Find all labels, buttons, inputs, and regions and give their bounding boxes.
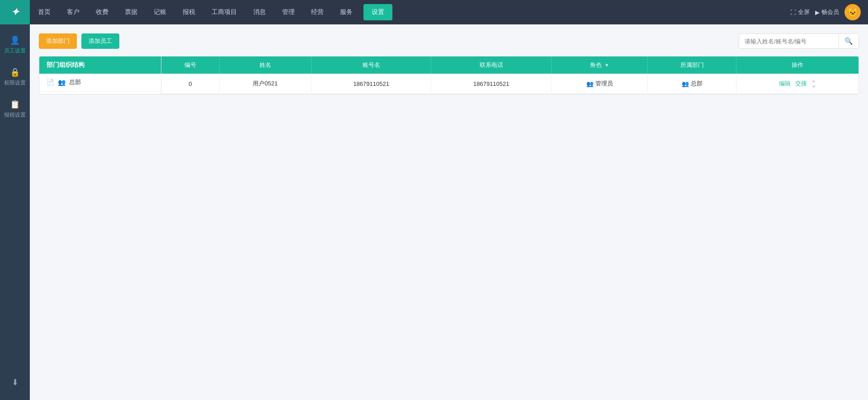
row-scroll[interactable]: ▲ ▼	[811, 78, 816, 89]
logo-icon: ✦	[11, 6, 19, 18]
search-button[interactable]: 🔍	[839, 34, 859, 48]
download-icon: ⬇	[12, 377, 19, 387]
employee-icon: 👤	[10, 35, 20, 45]
col-header-dept: 所属部门	[648, 56, 736, 74]
cell-phone: 18679110521	[431, 74, 552, 94]
sidebar-item-employee[interactable]: 👤 员工设置	[0, 29, 30, 61]
search-area: 🔍	[739, 33, 859, 49]
cell-actions: 编辑 交接 ▲ ▼	[736, 74, 859, 94]
cell-name: 用户0521	[219, 74, 311, 94]
scroll-up-icon: ▲	[811, 78, 816, 83]
sidebar-item-permissions[interactable]: 🔒 权限设置	[0, 61, 30, 93]
transfer-button[interactable]: 交接	[795, 80, 807, 88]
main-layout: 👤 员工设置 🔒 权限设置 📋 报税设置 ⬇ 添加部门 添加员工 🔍	[0, 24, 868, 400]
nav-item-tax[interactable]: 报税	[175, 0, 203, 24]
sidebar-item-tax-settings[interactable]: 📋 报税设置	[0, 93, 30, 125]
top-nav: ✦ 首页 客户 收费 票据 记账 报税 工商项目 消息 管理 经营 服务 设置 …	[0, 0, 868, 24]
nav-item-customer[interactable]: 客户	[59, 0, 88, 24]
nav-items: 首页 客户 收费 票据 记账 报税 工商项目 消息 管理 经营 服务 设置	[30, 0, 790, 24]
toolbar: 添加部门 添加员工 🔍	[39, 33, 859, 49]
emp-table: 编号 姓名 账号名 联系电话 角	[161, 56, 859, 94]
add-dept-button[interactable]: 添加部门	[39, 33, 77, 49]
table-header: 编号 姓名 账号名 联系电话 角	[161, 56, 859, 74]
scroll-down-icon: ▼	[811, 84, 816, 89]
cell-id: 0	[161, 74, 219, 94]
nav-item-invoice[interactable]: 票据	[117, 0, 146, 24]
nav-item-settings[interactable]: 设置	[363, 4, 392, 20]
tax-icon: 📋	[10, 99, 20, 109]
dept-name-general: 总部	[69, 78, 81, 86]
content-area: 添加部门 添加员工 🔍 部门组织结构 📄 👥 总部	[30, 24, 868, 400]
logo-area[interactable]: ✦	[0, 0, 30, 24]
dept-user-icon: 👥	[58, 79, 66, 86]
cell-role: 👥 管理员	[552, 74, 648, 94]
sidebar-bottom: ⬇	[0, 372, 30, 400]
table-body: 0 用户0521 18679110521 18679110521 👥 管理员	[161, 74, 859, 94]
nav-item-home[interactable]: 首页	[30, 0, 59, 24]
lock-icon: 🔒	[10, 67, 20, 77]
nav-item-message[interactable]: 消息	[245, 0, 274, 24]
member-icon: ▶	[815, 9, 820, 16]
search-icon: 🔍	[844, 37, 853, 45]
nav-item-operation[interactable]: 经营	[303, 0, 332, 24]
col-header-actions: 操作	[736, 56, 859, 74]
nav-right: ⛶ 全屏 ▶ 畅会员 🐱	[790, 4, 868, 20]
search-input[interactable]	[739, 35, 839, 48]
edit-button[interactable]: 编辑	[779, 80, 791, 88]
dept-tree: 部门组织结构 📄 👥 总部	[39, 56, 161, 94]
col-header-name: 姓名	[219, 56, 311, 74]
col-header-phone: 联系电话	[431, 56, 552, 74]
sidebar: 👤 员工设置 🔒 权限设置 📋 报税设置 ⬇	[0, 24, 30, 400]
col-header-role[interactable]: 角色 ▼	[552, 56, 648, 74]
nav-item-business[interactable]: 工商项目	[203, 0, 245, 24]
table-row: 0 用户0521 18679110521 18679110521 👥 管理员	[161, 74, 859, 94]
nav-item-manage[interactable]: 管理	[274, 0, 303, 24]
nav-item-fee[interactable]: 收费	[88, 0, 117, 24]
dept-file-icon: 📄	[47, 79, 54, 86]
col-header-account: 账号名	[311, 56, 431, 74]
dept-tree-header: 部门组织结构	[39, 56, 161, 74]
add-emp-button[interactable]: 添加员工	[81, 33, 119, 49]
table-container: 部门组织结构 📄 👥 总部 编号 姓	[39, 56, 859, 94]
fullscreen-icon: ⛶	[790, 9, 796, 16]
col-header-id: 编号	[161, 56, 219, 74]
fullscreen-button[interactable]: ⛶ 全屏	[790, 8, 810, 16]
role-user-icon: 👥	[586, 80, 594, 87]
avatar[interactable]: 🐱	[844, 4, 861, 20]
nav-item-accounting[interactable]: 记账	[146, 0, 175, 24]
avatar-icon: 🐱	[848, 7, 858, 17]
employee-table: 编号 姓名 账号名 联系电话 角	[161, 56, 859, 94]
sidebar-download[interactable]: ⬇	[0, 372, 30, 393]
nav-item-service[interactable]: 服务	[332, 0, 361, 24]
dept-tree-item-general[interactable]: 📄 👥 总部	[39, 74, 161, 91]
member-button[interactable]: ▶ 畅会员	[815, 8, 839, 16]
dept-user-icon-cell: 👥	[682, 80, 689, 87]
cell-dept: 👥 总部	[648, 74, 736, 94]
role-filter-icon: ▼	[604, 62, 609, 68]
cell-account: 18679110521	[311, 74, 431, 94]
